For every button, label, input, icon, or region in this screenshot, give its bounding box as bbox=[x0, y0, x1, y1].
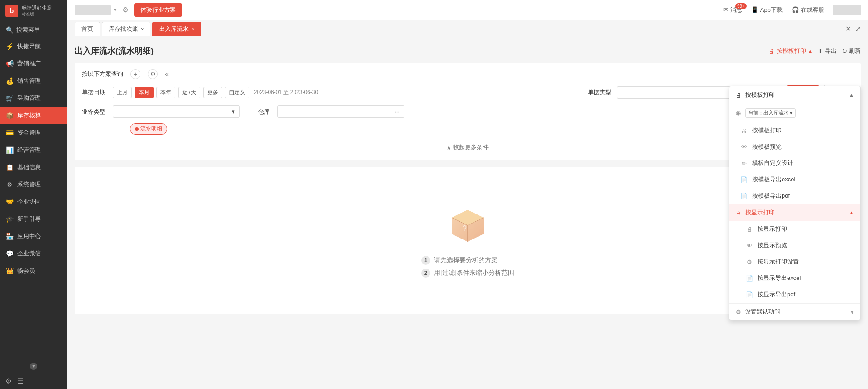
tab-close-batch-account[interactable]: × bbox=[141, 26, 144, 32]
display-excel-icon: 📄 bbox=[746, 274, 753, 282]
template-excel-icon: 📄 bbox=[740, 176, 748, 183]
user-avatar[interactable] bbox=[833, 5, 861, 15]
page-header: 出入库流水(流水明细) 🖨 按模板打印 ▲ ⬆ 导出 ↻ 刷新 bbox=[75, 45, 861, 56]
dropdown-panel: 🖨 按模板打印 ▲ ◉ 当前：出入库流水 ▾ 🖨 bbox=[729, 86, 861, 320]
tab-stock-flow[interactable]: 出入库流水 × bbox=[152, 22, 201, 36]
template-print-list-icon: 🖨 bbox=[740, 127, 748, 134]
service-icon: 🎧 bbox=[792, 6, 799, 13]
tabbar-expand-button[interactable]: ⤢ bbox=[855, 25, 861, 33]
date-btn-last-month[interactable]: 上月 bbox=[113, 87, 132, 98]
user-dropdown-icon[interactable]: ▾ bbox=[114, 6, 117, 13]
sidebar-scroll-down[interactable]: ▼ bbox=[30, 363, 37, 370]
filter-add-button[interactable]: + bbox=[130, 69, 140, 79]
industry-solution-button[interactable]: 体验行业方案 bbox=[134, 3, 182, 17]
dropdown-current-item[interactable]: ◉ 当前：出入库流水 ▾ bbox=[729, 104, 860, 122]
sidebar-item-wechat[interactable]: 💬 企业微信 bbox=[0, 245, 67, 262]
filter-tag-item[interactable]: 流水明细 bbox=[130, 123, 167, 135]
dropdown-display-excel-item[interactable]: 📄 按显示导出excel bbox=[729, 270, 860, 286]
sidebar-item-sales[interactable]: 💰 销售管理 bbox=[0, 72, 67, 90]
sidebar-item-base-info[interactable]: 📋 基础信息 bbox=[0, 159, 67, 176]
warehouse-select[interactable]: ··· bbox=[277, 105, 404, 118]
footer-menu-icon[interactable]: ☰ bbox=[17, 377, 24, 385]
sidebar-item-finance[interactable]: 💳 资金管理 bbox=[0, 124, 67, 141]
dropdown-display-preview-item[interactable]: 👁 按显示预览 bbox=[729, 237, 860, 254]
template-print-button[interactable]: 🖨 按模板打印 ▲ bbox=[769, 47, 813, 55]
sidebar-footer: ⚙ ☰ bbox=[0, 373, 67, 389]
wechat-icon: 💬 bbox=[5, 249, 14, 258]
sidebar-item-search[interactable]: 🔍 搜索菜单 bbox=[0, 22, 67, 38]
online-service-button[interactable]: 🎧 在线客服 bbox=[792, 6, 824, 14]
dropdown-display-print-item[interactable]: 🖨 按显示打印 bbox=[729, 221, 860, 237]
date-btn-this-month[interactable]: 本月 bbox=[135, 87, 154, 98]
export-button[interactable]: ⬆ 导出 bbox=[818, 47, 837, 55]
empty-steps: 1 请先选择要分析的方案 2 用[过滤]条件来缩小分析范围 bbox=[421, 256, 514, 278]
date-filter: 上月 本月 本年 近7天 更多 自定义 2023-06-01 至 2023-06… bbox=[113, 87, 318, 98]
dropdown-template-pdf-item[interactable]: 📄 按模板导出pdf bbox=[729, 188, 860, 204]
guide-icon: 🎓 bbox=[5, 215, 14, 223]
empty-icon: ? bbox=[445, 203, 490, 249]
tab-close-stock-flow[interactable]: × bbox=[191, 26, 194, 32]
message-button[interactable]: ✉ 消息 99+ bbox=[723, 6, 742, 14]
dropdown-title: 🖨 按模板打印 bbox=[736, 91, 775, 99]
sidebar-item-app-center[interactable]: 🏪 应用中心 bbox=[0, 228, 67, 245]
marketing-icon: 📢 bbox=[5, 60, 14, 68]
dropdown-template-design-item[interactable]: ✏ 模板自定义设计 bbox=[729, 155, 860, 171]
base-info-icon: 📋 bbox=[5, 163, 14, 171]
sidebar-item-enterprise[interactable]: 🤝 企业协同 bbox=[0, 193, 67, 210]
refresh-icon: ↻ bbox=[842, 48, 847, 55]
display-settings-icon: ⚙ bbox=[746, 258, 753, 265]
display-print-icon: 🖨 bbox=[746, 225, 753, 233]
current-icon: ◉ bbox=[736, 110, 741, 116]
sidebar-logo: b 畅捷通好生意 标准版 bbox=[0, 0, 67, 22]
date-btn-more[interactable]: 更多 bbox=[203, 87, 222, 98]
biz-type-select[interactable]: ▾ bbox=[113, 105, 240, 118]
dropdown-print-icon: 🖨 bbox=[736, 92, 742, 99]
quick-nav-icon: ⚡ bbox=[5, 42, 14, 50]
sidebar-item-guide[interactable]: 🎓 新手引导 bbox=[0, 210, 67, 228]
dropdown-display-pdf-item[interactable]: 📄 按显示导出pdf bbox=[729, 286, 860, 303]
purchase-icon: 🛒 bbox=[5, 94, 14, 102]
dropdown-template-print-item[interactable]: 🖨 按模板打印 bbox=[729, 122, 860, 139]
tabbar-close-button[interactable]: ✕ bbox=[845, 25, 851, 33]
app-download-button[interactable]: 📱 App下载 bbox=[751, 6, 783, 14]
search-icon: 🔍 bbox=[5, 26, 14, 34]
dropdown-template-excel-item[interactable]: 📄 按模板导出excel bbox=[729, 171, 860, 188]
template-pdf-icon: 📄 bbox=[740, 192, 748, 199]
dropdown-footer-item[interactable]: ⚙ 设置默认功能 ▾ bbox=[729, 303, 860, 320]
sidebar-item-purchase[interactable]: 🛒 采购管理 bbox=[0, 90, 67, 107]
tabbar-right-actions: ✕ ⤢ bbox=[845, 25, 861, 33]
main-area: ▾ ⚙ 体验行业方案 ✉ 消息 99+ 📱 App下载 🎧 在线客服 bbox=[67, 0, 868, 389]
topbar-gear-icon[interactable]: ⚙ bbox=[122, 5, 129, 14]
sidebar-item-quick-nav[interactable]: ⚡ 快捷导航 bbox=[0, 38, 67, 55]
sidebar-item-system[interactable]: ⚙ 系统管理 bbox=[0, 176, 67, 193]
app-download-icon: 📱 bbox=[751, 6, 758, 13]
template-preview-icon: 👁 bbox=[740, 143, 748, 150]
app-name: 畅捷通好生意 标准版 bbox=[22, 5, 52, 17]
filter-collapse-button[interactable]: « bbox=[165, 70, 169, 78]
date-btn-last-7-days[interactable]: 近7天 bbox=[178, 87, 200, 98]
topbar-right: ✉ 消息 99+ 📱 App下载 🎧 在线客服 bbox=[723, 5, 861, 15]
topbar-user: ▾ bbox=[75, 5, 117, 15]
refresh-button[interactable]: ↻ 刷新 bbox=[842, 47, 861, 55]
sidebar-item-marketing[interactable]: 📢 营销推广 bbox=[0, 55, 67, 72]
dropdown-display-section-header[interactable]: 🖨 按显示打印 ▲ bbox=[729, 204, 860, 221]
membership-icon: 👑 bbox=[5, 267, 14, 275]
filter-gear-button[interactable]: ⚙ bbox=[148, 69, 158, 79]
date-btn-custom[interactable]: 自定义 bbox=[225, 87, 249, 98]
tab-batch-account[interactable]: 库存批次账 × bbox=[102, 22, 150, 36]
dropdown-header: 🖨 按模板打印 ▲ bbox=[729, 86, 860, 104]
sidebar-item-operations[interactable]: 📊 经营管理 bbox=[0, 141, 67, 159]
operations-icon: 📊 bbox=[5, 146, 14, 154]
tab-home[interactable]: 首页 bbox=[75, 22, 100, 36]
dropdown-display-settings-item[interactable]: ⚙ 按显示打印设置 bbox=[729, 254, 860, 270]
empty-step-2: 2 用[过滤]条件来缩小分析范围 bbox=[421, 269, 514, 278]
export-icon: ⬆ bbox=[818, 48, 823, 55]
dropdown-chevron-up-icon[interactable]: ▲ bbox=[849, 92, 854, 98]
filter-row-top: 按以下方案查询 + ⚙ « bbox=[82, 69, 853, 79]
date-btn-this-year[interactable]: 本年 bbox=[156, 87, 175, 98]
empty-step-1: 1 请先选择要分析的方案 bbox=[421, 256, 514, 265]
sidebar-item-inventory[interactable]: 📦 库存核算 bbox=[0, 107, 67, 124]
dropdown-template-preview-item[interactable]: 👁 按模板预览 bbox=[729, 139, 860, 155]
footer-settings-icon[interactable]: ⚙ bbox=[5, 377, 12, 385]
sidebar-item-membership[interactable]: 👑 畅会员 bbox=[0, 262, 67, 279]
